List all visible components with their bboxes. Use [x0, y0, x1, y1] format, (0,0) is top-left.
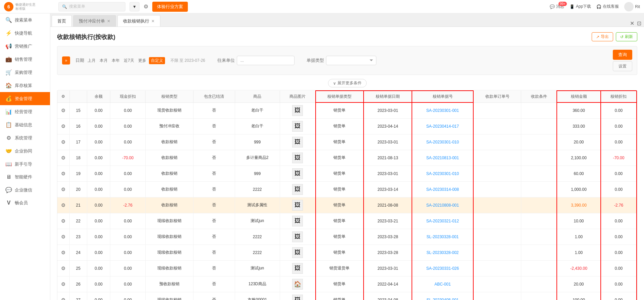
sidebar-item-wechat[interactable]: 💬 企业微信	[0, 183, 50, 197]
cell-gear[interactable]: ⚙	[57, 229, 69, 245]
goods-image[interactable]: 🏠	[292, 279, 303, 290]
gear-button[interactable]: ⚙	[144, 3, 148, 10]
bill-no-link[interactable]: ABC-001	[434, 282, 451, 287]
solution-button[interactable]: 体验行业方案	[152, 2, 188, 12]
query-button[interactable]: 查询	[613, 50, 632, 60]
cell-gear[interactable]: ⚙	[57, 134, 69, 150]
message-icon-area[interactable]: 💬 消息 99+	[550, 4, 564, 9]
cell-goods-img[interactable]: 🖼	[280, 166, 315, 181]
cell-goods-img[interactable]: 🖼	[280, 134, 315, 150]
goods-image[interactable]: 🖼	[292, 263, 303, 274]
dropdown-button[interactable]: ▼	[129, 2, 140, 11]
goods-image[interactable]: 🖼	[292, 121, 303, 132]
bill-no-link[interactable]: SA-20230301-001	[426, 108, 459, 113]
goods-image[interactable]: 🖼	[292, 231, 303, 242]
sidebar-item-purchase[interactable]: 🛒 采购管理	[0, 66, 50, 79]
bill-no-link[interactable]: SA-20230301-010	[426, 171, 459, 176]
bill-no-link[interactable]: SA-20230321-012	[426, 219, 459, 223]
close-icon[interactable]: ✕	[151, 19, 155, 24]
cell-goods-img[interactable]: 🖼	[280, 245, 315, 260]
search-box[interactable]: 🔍 搜索菜单	[58, 2, 125, 11]
sidebar-item-quicknav[interactable]: ⚡ 快捷导航	[0, 27, 50, 40]
goods-image[interactable]: 🖼	[292, 200, 303, 211]
bill-no-link[interactable]: SA-20230331-026	[426, 266, 459, 271]
sidebar-item-member[interactable]: V 畅会员	[0, 197, 50, 209]
tab-maximize-button[interactable]: ⊡	[637, 20, 641, 27]
bill-no-link[interactable]: SA-20230314-008	[426, 187, 459, 192]
cell-gear[interactable]: ⚙	[57, 166, 69, 181]
app-download-area[interactable]: 📱 App下载	[570, 4, 591, 9]
refresh-button[interactable]: ↺ 刷新	[616, 32, 637, 41]
cell-gear[interactable]: ⚙	[57, 292, 69, 300]
bill-no-link[interactable]: SA-20210813-001	[426, 156, 459, 160]
cell-goods-img[interactable]: 🏠	[280, 276, 315, 292]
goods-image[interactable]: 🖼	[292, 168, 303, 179]
cell-gear[interactable]: ⚙	[57, 197, 69, 213]
bill-no-link[interactable]: SA-20230301-010	[426, 140, 459, 144]
cell-goods-img[interactable]: 🖼	[280, 229, 315, 245]
cell-gear[interactable]: ⚙	[57, 213, 69, 229]
period-this-year[interactable]: 本年	[110, 57, 121, 64]
sidebar-item-system[interactable]: ⚙ 系统管理	[0, 131, 50, 144]
cell-gear[interactable]: ⚙	[57, 245, 69, 260]
bill-type-select[interactable]	[326, 56, 376, 65]
user-area[interactable]: Rit	[624, 2, 640, 11]
goods-image[interactable]: 🖼	[292, 184, 303, 195]
tab-close-button[interactable]: ✕	[630, 20, 634, 27]
cell-gear[interactable]: ⚙	[57, 118, 69, 134]
cell-gear[interactable]: ⚙	[57, 181, 69, 197]
col-settings[interactable]: ⚙	[57, 91, 69, 102]
export-button[interactable]: ↗ 导出	[592, 32, 613, 41]
setting-button[interactable]: 设置	[613, 61, 632, 71]
cell-goods-img[interactable]: 🖼	[280, 197, 315, 213]
tab-prepay[interactable]: 预付冲应付单 ✕	[73, 15, 116, 27]
sidebar-item-marketing[interactable]: 📢 营销推广	[0, 40, 50, 53]
goods-image[interactable]: 🖼	[292, 153, 303, 163]
period-this-month[interactable]: 本月	[98, 57, 109, 64]
sidebar-item-operations[interactable]: 📊 经营管理	[0, 105, 50, 118]
sidebar-item-sales[interactable]: 💼 销售管理	[0, 53, 50, 66]
filter-collapse-button[interactable]: »	[62, 56, 70, 65]
period-7days[interactable]: 近7天	[122, 57, 136, 64]
goods-image[interactable]: 🖼	[292, 137, 303, 147]
period-last-month[interactable]: 上月	[86, 57, 97, 64]
cell-goods-img[interactable]: 🖼	[280, 292, 315, 300]
sidebar-item-hardware[interactable]: 🖥 智能硬件	[0, 171, 50, 183]
cell-goods-img[interactable]: 🖼	[280, 118, 315, 134]
bill-no-link[interactable]: SA-20210808-001	[426, 203, 459, 208]
cell-goods-img[interactable]: 🖼	[280, 181, 315, 197]
export-icon: ↗	[596, 35, 599, 39]
goods-image[interactable]: 🖼	[292, 247, 303, 258]
tab-home[interactable]: 首页	[52, 15, 72, 27]
cell-gear[interactable]: ⚙	[57, 102, 69, 118]
bill-no-link[interactable]: SL-20230328-002	[426, 250, 459, 255]
bill-no-link[interactable]: SA-20230414-017	[426, 124, 459, 129]
goods-image[interactable]: 🖼	[292, 105, 303, 116]
sidebar-item-collab[interactable]: 🤝 企业协同	[0, 144, 50, 158]
cell-goods-img[interactable]: 🖼	[280, 213, 315, 229]
online-service-area[interactable]: 🎧 在线客服	[596, 4, 619, 9]
cell-gear[interactable]: ⚙	[57, 276, 69, 292]
sidebar-item-guide[interactable]: 📖 新手引导	[0, 158, 50, 171]
expand-more-button[interactable]: ∨ 展开更多条件	[328, 79, 367, 87]
sidebar-item-finance[interactable]: 💰 资金管理	[0, 92, 50, 105]
cell-goods-img[interactable]: 🖼	[280, 102, 315, 118]
period-more[interactable]: 更多	[137, 57, 148, 64]
goods-image[interactable]: 🖼	[292, 216, 303, 226]
bill-no-link[interactable]: SL-20230328-001	[426, 234, 459, 239]
bill-no-link[interactable]: SL-20230408-001	[426, 298, 459, 300]
cell-goods-img[interactable]: 🖼	[280, 150, 315, 166]
goods-image[interactable]: 🖼	[292, 295, 303, 300]
cell-gear[interactable]: ⚙	[57, 260, 69, 276]
close-icon[interactable]: ✕	[107, 19, 110, 24]
sidebar-item-basics[interactable]: 📋 基础信息	[0, 118, 50, 131]
cell-gear[interactable]: ⚙	[57, 150, 69, 166]
counterparty-input[interactable]	[237, 56, 294, 65]
cell-verify-bill-type: 销货单	[316, 245, 364, 260]
sidebar-item-search[interactable]: 🔍 搜索菜单	[0, 13, 50, 27]
period-custom[interactable]: 自定义	[149, 57, 165, 64]
sidebar-item-inventory[interactable]: 🏠 库存核算	[0, 79, 50, 92]
cell-include-settled: 否	[193, 229, 235, 245]
cell-goods-img[interactable]: 🖼	[280, 260, 315, 276]
tab-verify[interactable]: 收款核销执行 ✕	[117, 15, 160, 27]
